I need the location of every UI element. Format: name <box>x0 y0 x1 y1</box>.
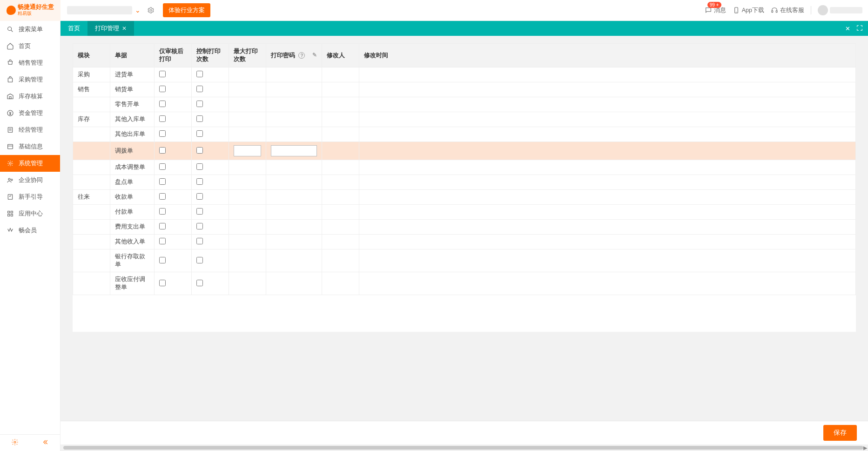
sidebar-collapse-icon[interactable] <box>41 438 49 447</box>
sidebar-item-7[interactable]: 基础信息 <box>0 138 60 155</box>
cell-doc: 盘点单 <box>110 175 155 190</box>
tab-home[interactable]: 首页 <box>61 21 87 36</box>
sidebar-footer <box>0 434 60 451</box>
control-count-checkbox[interactable] <box>196 86 203 92</box>
cell-module <box>73 175 110 190</box>
tab-print-manage[interactable]: 打印管理 ✕ <box>87 21 134 36</box>
sidebar-item-8[interactable]: 系统管理 <box>0 155 60 172</box>
cell-password <box>266 97 322 112</box>
cell-audit-only <box>155 142 192 160</box>
max-count-input[interactable] <box>234 145 261 156</box>
svg-point-23 <box>14 441 16 443</box>
control-count-checkbox[interactable] <box>196 193 203 200</box>
cell-max-count <box>229 97 266 112</box>
audit-only-checkbox[interactable] <box>159 86 166 92</box>
sidebar-item-12[interactable]: 畅会员 <box>0 222 60 239</box>
audit-only-checkbox[interactable] <box>159 238 166 244</box>
messages-link[interactable]: 99 + 消息 <box>705 7 726 14</box>
sidebar-item-9[interactable]: 企业协同 <box>0 172 60 188</box>
cell-module: 销售 <box>73 82 110 97</box>
sidebar-item-11[interactable]: 应用中心 <box>0 205 60 222</box>
sidebar-item-3[interactable]: 采购管理 <box>0 71 60 88</box>
fullscreen-icon[interactable] <box>856 24 863 33</box>
tab-close-all-icon[interactable]: ✕ <box>845 25 850 32</box>
cell-password <box>266 235 322 249</box>
table-row: 银行存取款单 <box>73 249 856 272</box>
audit-only-checkbox[interactable] <box>159 130 166 137</box>
horizontal-scrollbar[interactable]: ▶ <box>61 444 868 451</box>
control-count-checkbox[interactable] <box>196 115 203 122</box>
table-row: 其他出库单 <box>73 127 856 142</box>
control-count-checkbox[interactable] <box>196 223 203 229</box>
cell-password <box>266 67 322 82</box>
audit-only-checkbox[interactable] <box>159 193 166 200</box>
control-count-checkbox[interactable] <box>196 163 203 170</box>
online-service-link[interactable]: 在线客服 <box>771 7 804 14</box>
password-input[interactable] <box>271 145 317 156</box>
cell-modify-time <box>359 82 856 97</box>
sidebar-item-2[interactable]: 销售管理 <box>0 54 60 71</box>
control-count-checkbox[interactable] <box>196 257 203 263</box>
audit-only-checkbox[interactable] <box>159 208 166 215</box>
close-icon[interactable]: ✕ <box>122 25 127 32</box>
audit-only-checkbox[interactable] <box>159 101 166 107</box>
content-area: 首页 打印管理 ✕ ✕ 模块 <box>61 21 868 451</box>
cell-modifier <box>322 249 359 272</box>
cell-control-count <box>192 127 229 142</box>
promo-button[interactable]: 体验行业方案 <box>163 3 210 17</box>
scroll-right-icon[interactable]: ▶ <box>863 445 867 451</box>
app-header: 畅捷通好生意 精易版 ⌄ 体验行业方案 99 + 消息 App下载 在线客服 <box>0 0 868 21</box>
cell-modifier <box>322 82 359 97</box>
tabs-bar: 首页 打印管理 ✕ ✕ <box>61 21 868 36</box>
sidebar-item-6[interactable]: 经营管理 <box>0 121 60 138</box>
sidebar-settings-icon[interactable] <box>11 438 19 447</box>
cell-module <box>73 235 110 249</box>
svg-rect-13 <box>8 144 13 148</box>
svg-rect-19 <box>8 211 10 213</box>
control-count-checkbox[interactable] <box>196 208 203 215</box>
audit-only-checkbox[interactable] <box>159 280 166 286</box>
svg-point-5 <box>8 27 12 31</box>
help-icon[interactable]: ? <box>298 52 305 59</box>
sidebar-item-1[interactable]: 首页 <box>0 38 60 54</box>
sidebar-item-5[interactable]: 资金管理 <box>0 105 60 121</box>
control-count-checkbox[interactable] <box>196 238 203 244</box>
control-count-checkbox[interactable] <box>196 101 203 107</box>
entity-selector[interactable]: ⌄ <box>67 6 141 14</box>
control-count-checkbox[interactable] <box>196 130 203 137</box>
control-count-checkbox[interactable] <box>196 71 203 77</box>
app-download-link[interactable]: App下载 <box>733 7 764 14</box>
control-count-checkbox[interactable] <box>196 178 203 185</box>
scrollbar-thumb[interactable] <box>63 446 863 450</box>
edit-icon[interactable]: ✎ <box>312 52 317 58</box>
cell-modify-time <box>359 67 856 82</box>
sidebar-item-10[interactable]: 新手引导 <box>0 188 60 205</box>
cell-module <box>73 97 110 112</box>
audit-only-checkbox[interactable] <box>159 163 166 170</box>
cell-module <box>73 205 110 220</box>
user-menu[interactable] <box>818 5 862 15</box>
sidebar-item-4[interactable]: 库存核算 <box>0 88 60 105</box>
audit-only-checkbox[interactable] <box>159 115 166 122</box>
sidebar-item-label: 资金管理 <box>19 109 43 117</box>
audit-only-checkbox[interactable] <box>159 223 166 229</box>
sidebar-item-label: 基础信息 <box>19 142 43 151</box>
header-right: 99 + 消息 App下载 在线客服 <box>705 5 862 15</box>
audit-only-checkbox[interactable] <box>159 71 166 77</box>
svg-rect-10 <box>8 128 12 133</box>
control-count-checkbox[interactable] <box>196 280 203 286</box>
cell-module <box>73 160 110 175</box>
control-count-checkbox[interactable] <box>196 147 203 154</box>
cell-modifier <box>322 205 359 220</box>
cell-doc: 收款单 <box>110 190 155 205</box>
sidebar-item-0[interactable]: 搜索菜单 <box>0 21 60 38</box>
cell-audit-only <box>155 127 192 142</box>
audit-only-checkbox[interactable] <box>159 147 166 154</box>
print-settings-table: 模块 单据 仅审核后打印 控制打印次数 最大打印次数 打印密码 ? ✎ 修改人 <box>73 43 856 295</box>
cart-icon <box>7 59 14 67</box>
audit-only-checkbox[interactable] <box>159 257 166 263</box>
cell-modifier <box>322 190 359 205</box>
settings-gear-icon[interactable] <box>145 5 156 16</box>
save-button[interactable]: 保存 <box>823 425 857 441</box>
audit-only-checkbox[interactable] <box>159 178 166 185</box>
